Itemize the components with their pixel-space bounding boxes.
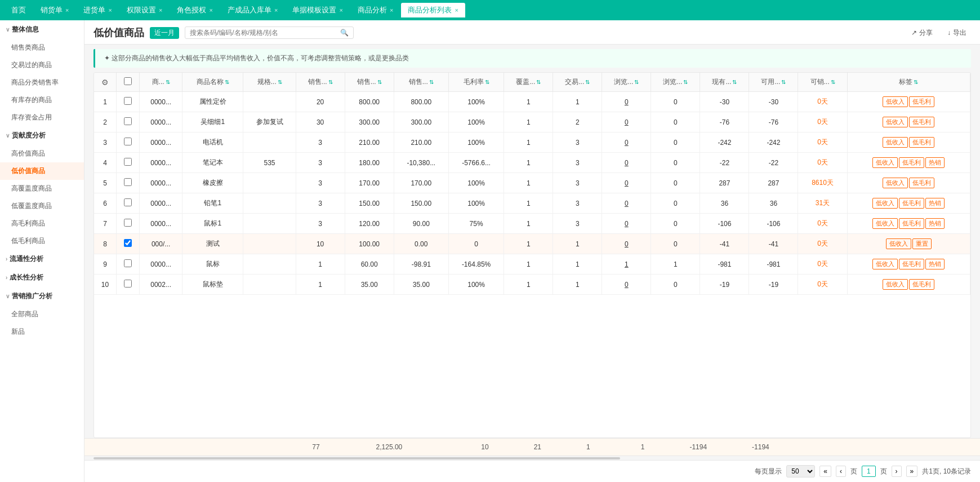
row-checkbox[interactable] [116,193,139,214]
nav-close-icon[interactable]: × [388,7,393,14]
row-select-checkbox[interactable] [124,280,132,288]
nav-close-icon[interactable]: × [337,7,342,14]
sidebar-group-整体信息[interactable]: ∨整体信息 [0,20,84,39]
row-current-stock: 287 [700,173,749,193]
sidebar-item-高价值商品[interactable]: 高价值商品 [0,145,84,162]
nav-close-icon[interactable]: × [157,7,162,14]
row-checkbox[interactable] [116,214,139,234]
row-available: 36 [749,193,798,214]
browse1-value[interactable]: 0 [625,159,629,167]
row-checkbox[interactable] [116,132,139,153]
browse1-value[interactable]: 1 [625,260,629,268]
sidebar-item-有库存的商品[interactable]: 有库存的商品 [0,91,84,109]
next-page-button[interactable]: › [892,466,902,477]
row-margin-rate: 100% [448,275,504,295]
col-header-sale_amt[interactable]: 销售...⇅ [345,73,394,92]
sidebar-group-流通性分析[interactable]: ›流通性分析 [0,250,84,268]
sidebar-group-成长性分析[interactable]: ›成长性分析 [0,268,84,287]
row-select-checkbox[interactable] [124,138,132,145]
col-header-trade[interactable]: 交易...⇅ [553,73,602,92]
sidebar-item-商品分类销售率[interactable]: 商品分类销售率 [0,74,84,91]
row-select-checkbox[interactable] [124,158,132,166]
sidebar-group-贡献度分析[interactable]: ∨贡献度分析 [0,126,84,145]
row-current-stock: -106 [700,214,749,234]
sidebar-group-营销推广分析[interactable]: ∨营销推广分析 [0,287,84,306]
col-header-available[interactable]: 可用...⇅ [749,73,798,92]
browse1-value[interactable]: 0 [625,240,629,248]
prev-page-button[interactable]: ‹ [836,466,846,477]
row-checkbox[interactable] [116,254,139,275]
nav-item-首页[interactable]: 首页 [5,3,33,17]
browse1-value[interactable]: 0 [625,179,629,187]
col-header-saleable[interactable]: 可销...⇅ [798,73,847,92]
settings-icon[interactable]: ⚙ [101,78,109,87]
nav-item-角色授权[interactable]: 角色授权 × [170,3,219,17]
row-select-checkbox[interactable] [124,239,132,247]
row-checkbox[interactable] [116,112,139,132]
sidebar-item-低覆盖度商品[interactable]: 低覆盖度商品 [0,197,84,215]
row-select-checkbox[interactable] [124,117,132,125]
sidebar-item-全部商品[interactable]: 全部商品 [0,306,84,323]
share-button[interactable]: ↗ 分享 [907,26,937,39]
nav-item-商品分析列表[interactable]: 商品分析列表 × [401,3,465,17]
sidebar-item-销售类商品[interactable]: 销售类商品 [0,39,84,56]
row-checkbox[interactable] [116,234,139,254]
row-checkbox[interactable] [116,153,139,173]
row-saleable-days: 0天 [798,92,847,112]
col-header-current_stock[interactable]: 现有...⇅ [700,73,749,92]
sidebar-item-交易过的商品[interactable]: 交易过的商品 [0,56,84,74]
nav-item-产成品入库单[interactable]: 产成品入库单 × [221,3,284,17]
browse1-value[interactable]: 0 [625,281,629,289]
sidebar-item-低毛利商品[interactable]: 低毛利商品 [0,232,84,250]
nav-item-权限设置[interactable]: 权限设置 × [120,3,169,17]
period-tag[interactable]: 近一月 [150,27,179,39]
col-header-code[interactable]: 商...⇅ [140,73,182,92]
sidebar-item-低价值商品[interactable]: 低价值商品 [0,162,84,180]
nav-close-icon[interactable]: × [207,7,212,14]
nav-close-icon[interactable]: × [273,7,278,14]
select-all-checkbox[interactable] [124,77,132,85]
per-page-select[interactable]: 50 20 100 [786,465,815,477]
sidebar-item-库存资金占用[interactable]: 库存资金占用 [0,109,84,126]
nav-item-销货单[interactable]: 销货单 × [34,3,75,17]
browse1-value[interactable]: 0 [625,98,629,106]
col-header-name[interactable]: 商品名称⇅ [182,73,243,92]
row-checkbox[interactable] [116,173,139,193]
col-header-margin_rate[interactable]: 毛利率⇅ [448,73,504,92]
row-select-checkbox[interactable] [124,178,132,186]
nav-close-icon[interactable]: × [106,7,112,14]
row-checkbox[interactable] [116,275,139,295]
col-header-sale_cost[interactable]: 销售...⇅ [394,73,448,92]
nav-close-icon[interactable]: × [453,7,458,14]
browse1-value[interactable]: 0 [625,200,629,207]
first-page-button[interactable]: « [819,466,831,477]
col-header-coverage[interactable]: 覆盖...⇅ [504,73,553,92]
sidebar-item-高毛利商品[interactable]: 高毛利商品 [0,215,84,232]
col-header-spec[interactable]: 规格...⇅ [243,73,296,92]
nav-item-单据模板设置[interactable]: 单据模板设置 × [286,3,349,17]
row-checkbox[interactable] [116,92,139,112]
search-input[interactable] [190,29,338,37]
row-select-checkbox[interactable] [124,259,132,267]
col-header-sale_qty[interactable]: 销售...⇅ [296,73,345,92]
sidebar-item-新品[interactable]: 新品 [0,323,84,341]
browse1-value[interactable]: 0 [625,118,629,126]
col-header-browse2[interactable]: 浏览...⇅ [651,73,700,92]
totals-coverage: 10 [481,443,488,451]
row-select-checkbox[interactable] [124,97,132,105]
browse1-value[interactable]: 0 [625,220,629,228]
row-select-checkbox[interactable] [124,219,132,227]
sidebar-item-高覆盖度商品[interactable]: 高覆盖度商品 [0,180,84,197]
table-scrollbar[interactable] [84,456,980,460]
export-button[interactable]: ↓ 导出 [943,26,971,39]
data-table-wrapper[interactable]: ⚙商...⇅商品名称⇅规格...⇅销售...⇅销售...⇅销售...⇅毛利率⇅覆… [93,72,971,438]
nav-item-进货单[interactable]: 进货单 × [77,3,118,17]
search-icon[interactable]: 🔍 [340,29,349,37]
col-header-browse1[interactable]: 浏览...⇅ [602,73,651,92]
last-page-button[interactable]: » [906,466,918,477]
browse1-value[interactable]: 0 [625,139,629,147]
row-select-checkbox[interactable] [124,198,132,206]
col-header-tags[interactable]: 标签⇅ [847,73,970,92]
nav-item-商品分析[interactable]: 商品分析 × [351,3,400,17]
nav-close-icon[interactable]: × [64,7,69,14]
